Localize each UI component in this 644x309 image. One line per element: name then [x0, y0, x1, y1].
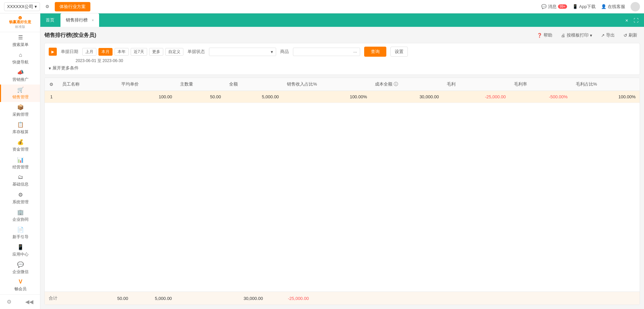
page-title: 销售排行榜(按业务员) — [44, 32, 96, 39]
sidebar-label-quick-nav: 快捷导航 — [12, 59, 29, 65]
sidebar-item-basic-info[interactable]: 🗂 基础信息 — [0, 172, 40, 190]
goods-filter-input[interactable]: ··· — [293, 48, 360, 56]
collapse-icon[interactable]: ◀◀ — [24, 297, 35, 306]
filter-bar: ▶ 单据日期 上月 本月 本年 近7天 更多 自定义 单据状态 — [44, 43, 640, 75]
sidebar-item-purchase[interactable]: 📦 采购管理 — [0, 102, 40, 119]
status-filter-label: 单据状态 — [187, 49, 205, 55]
avatar[interactable] — [631, 2, 640, 11]
footer-gross-profit: -25,000.00 — [288, 296, 328, 301]
col-name: 员工名称 — [58, 78, 117, 91]
logo-icon: 畅 — [14, 16, 26, 19]
col-total-amount: 全额 — [225, 78, 283, 91]
finance-icon: 💰 — [17, 139, 24, 145]
table-spacer — [45, 103, 640, 292]
settings-icon[interactable]: ⚙ — [43, 2, 52, 11]
settings-button[interactable]: 设置 — [390, 47, 408, 57]
col-settings[interactable]: ⚙ — [45, 78, 58, 91]
tab-maximize-icon[interactable]: ⛶ — [632, 16, 640, 24]
date-btn-more[interactable]: 更多 — [149, 48, 163, 56]
cell-gross-ratio: 100.00% — [572, 91, 640, 103]
date-btn-last-month[interactable]: 上月 — [82, 48, 96, 56]
sidebar-item-operations[interactable]: 📊 经营管理 — [0, 154, 40, 172]
top-bar: XXXXXX公司 ▾ ⚙ 体验行业方案 💬 消息 99+ 📱 App下载 👤 在… — [0, 0, 644, 13]
expand-conditions-btn[interactable]: ▾ 展开更多条件 — [49, 65, 636, 71]
sidebar-item-guide[interactable]: 📄 新手引导 — [0, 224, 40, 242]
app-download-btn[interactable]: 📱 App下载 — [572, 4, 596, 10]
tab-home[interactable]: 首页 — [40, 13, 60, 27]
sidebar-label-basic-info: 基础信息 — [12, 182, 29, 187]
app-label: App下载 — [579, 4, 596, 10]
tab-close-icon[interactable]: × — [90, 17, 95, 23]
status-filter-select[interactable]: ▾ — [209, 48, 276, 56]
service-icon: 👤 — [601, 4, 606, 9]
message-btn[interactable]: 💬 消息 99+ — [541, 4, 567, 10]
tab-bar: 首页 销售排行榜 × × ⛶ — [40, 13, 644, 27]
settings-bottom-icon[interactable]: ⚙ — [5, 297, 13, 306]
date-btn-this-year[interactable]: 本年 — [115, 48, 129, 56]
footer-cost-amount: 30,000.00 — [244, 296, 284, 301]
message-icon: 💬 — [541, 4, 547, 9]
help-button[interactable]: ❓ 帮助 — [534, 31, 555, 40]
sidebar-item-enterprise-collab[interactable]: 🏢 企业协同 — [0, 207, 40, 224]
page-header: 销售排行榜(按业务员) ❓ 帮助 🖨 按模板打印 ▾ ↗ 导出 — [44, 31, 640, 40]
tab-close-all-icon[interactable]: × — [624, 16, 630, 24]
sidebar-item-quick-nav[interactable]: ⌂ 快捷导航 — [0, 50, 40, 67]
sidebar-label-member: 畅会员 — [14, 286, 27, 292]
guide-icon: 📄 — [17, 226, 24, 233]
sidebar-logo: 畅 畅赢通好生意 标准版 — [0, 13, 40, 32]
sidebar-label-inventory: 库存核算 — [12, 129, 29, 135]
page-content: 销售排行榜(按业务员) ❓ 帮助 🖨 按模板打印 ▾ ↗ 导出 — [40, 27, 644, 309]
refresh-button[interactable]: ↺ 刷新 — [621, 31, 640, 40]
help-icon: ❓ — [537, 33, 542, 38]
sidebar-label-wechat: 企业微信 — [12, 269, 29, 275]
print-button[interactable]: 🖨 按模板打印 ▾ — [558, 31, 595, 40]
data-table: ⚙ 员工名称 平均单价 主数量 全额 销售收入占比% 成本全额 ⓘ 毛利 毛利率… — [45, 78, 640, 103]
col-cost-amount: 成本全额 ⓘ — [371, 78, 443, 91]
cell-main-qty: 50.00 — [176, 91, 225, 103]
trial-button[interactable]: 体验行业方案 — [55, 2, 90, 11]
sidebar-item-wechat[interactable]: 💬 企业微信 — [0, 259, 40, 277]
top-bar-left: XXXXXX公司 ▾ ⚙ 体验行业方案 — [4, 2, 90, 11]
sidebar-item-sales[interactable]: 🛒 销售管理 — [0, 85, 40, 102]
app-icon: 📱 — [572, 4, 578, 9]
sidebar-item-system[interactable]: ⚙ 系统管理 — [0, 190, 40, 207]
sidebar-item-member[interactable]: V 畅会员 — [0, 277, 40, 294]
export-icon: ↗ — [601, 33, 605, 38]
print-icon: 🖨 — [561, 33, 565, 38]
service-label: 在线客服 — [608, 4, 625, 10]
table-footer: 合计 50.00 5,000.00 30,000.00 -25,000.00 — [45, 292, 640, 305]
query-button[interactable]: 查询 — [364, 47, 386, 57]
company-selector[interactable]: XXXXXX公司 ▾ — [4, 2, 40, 11]
footer-total-amount: 5,000.00 — [155, 296, 195, 301]
cell-name — [58, 91, 117, 103]
tab-sales-ranking[interactable]: 销售排行榜 × — [60, 13, 99, 27]
sidebar-item-finance[interactable]: 💰 资金管理 — [0, 137, 40, 154]
logo-name: 畅赢通好生意 — [9, 19, 31, 24]
sidebar-item-marketing[interactable]: 📣 营销推广 — [0, 67, 40, 85]
footer-main-qty: 50.00 — [117, 296, 151, 301]
table-row: 1 100.00 50.00 5,000.00 100.00% 30,000.0… — [45, 91, 640, 103]
inventory-icon: 📋 — [17, 121, 24, 128]
sales-icon: 🛒 — [17, 87, 24, 93]
date-btn-custom[interactable]: 自定义 — [165, 48, 183, 56]
filter-row: ▶ 单据日期 上月 本月 本年 近7天 更多 自定义 单据状态 — [49, 47, 636, 57]
filter-toggle-btn[interactable]: ▶ — [49, 48, 57, 56]
goods-filter-label: 商品 — [280, 49, 289, 55]
date-btn-this-month[interactable]: 本月 — [98, 48, 113, 56]
sidebar-item-search-order[interactable]: ☰ 搜索菜单 — [0, 32, 40, 50]
date-btn-7days[interactable]: 近7天 — [131, 48, 147, 56]
cell-sales-ratio: 100.00% — [283, 91, 371, 103]
cell-gross-profit: -25,000.00 — [443, 91, 510, 103]
export-button[interactable]: ↗ 导出 — [598, 31, 617, 40]
sidebar-label-finance: 资金管理 — [12, 147, 29, 152]
sidebar-label-operations: 经营管理 — [12, 164, 29, 170]
cell-cost-amount: 30,000.00 — [371, 91, 443, 103]
search-order-icon: ☰ — [18, 34, 23, 41]
online-service-btn[interactable]: 👤 在线客服 — [601, 4, 625, 10]
col-avg-price: 平均单价 — [117, 78, 176, 91]
sidebar-item-inventory[interactable]: 📋 库存核算 — [0, 119, 40, 137]
sidebar-label-purchase: 采购管理 — [12, 112, 29, 117]
footer-label: 合计 — [49, 295, 69, 301]
sidebar: 畅 畅赢通好生意 标准版 ☰ 搜索菜单 ⌂ 快捷导航 📣 营销推广 🛒 销售管理… — [0, 13, 40, 309]
sidebar-item-app-center[interactable]: 📱 应用中心 — [0, 242, 40, 259]
